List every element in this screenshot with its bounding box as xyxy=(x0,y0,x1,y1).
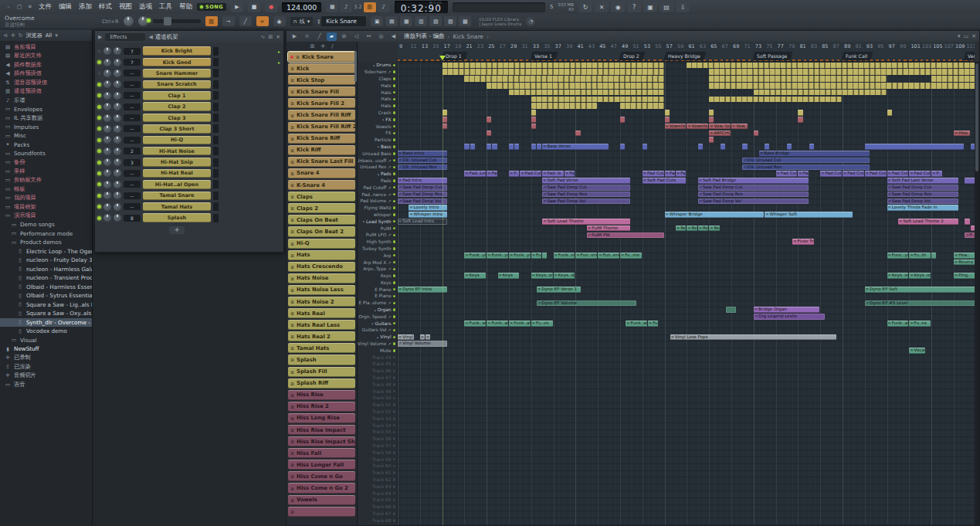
channel-name-button[interactable]: Tamal Hats xyxy=(143,202,211,212)
channel-volume-knob[interactable] xyxy=(114,47,121,55)
pattern-item[interactable]: ≡Hats Real Less xyxy=(287,319,357,331)
vscroll-thumb[interactable] xyxy=(975,63,978,171)
add-channel-button[interactable]: + xyxy=(169,226,185,234)
pattern-clip[interactable]: ≡Funk..ates xyxy=(464,321,486,327)
channel-volume-knob[interactable] xyxy=(114,92,121,100)
track-mute-led[interactable] xyxy=(393,234,396,237)
track-row[interactable]: Flying Waltz xyxy=(358,205,397,212)
pattern-clip[interactable]: ≡Pa xyxy=(565,171,575,177)
pattern-clip[interactable]: ≡Soft Lead Theme 2 xyxy=(898,219,958,225)
save-button[interactable]: ▣ xyxy=(643,2,657,12)
globe-icon[interactable]: ◔ xyxy=(526,17,535,26)
channel-pan-knob[interactable] xyxy=(103,181,111,188)
track-mute-led[interactable] xyxy=(393,336,396,339)
minimize-icon[interactable]: – xyxy=(5,4,12,10)
browser-item[interactable]: ▯Vocodex demo xyxy=(0,327,92,336)
track-row[interactable]: Arp Mod X↗ xyxy=(358,259,397,266)
track-row[interactable]: Track 65 xyxy=(358,497,397,504)
track-mute-led[interactable] xyxy=(393,471,396,474)
pattern-clip[interactable]: ≡Vinyl Less Pops xyxy=(670,334,836,341)
channel-name-button[interactable]: Clap 1 xyxy=(143,91,211,100)
track-row[interactable]: Track 45 xyxy=(358,361,397,368)
snap-selector[interactable]: ∩ 线 ▾ xyxy=(290,17,314,26)
pattern-clip[interactable]: ≡PulM Theme xyxy=(587,226,631,232)
pattern-item[interactable]: ≡Hats xyxy=(287,249,357,261)
pattern-clip[interactable] xyxy=(965,219,969,225)
pattern-clip[interactable]: ≡Pad..Less xyxy=(464,171,486,177)
channel-target-display[interactable]: -- xyxy=(124,125,141,132)
channel-name-button[interactable]: Kick Good xyxy=(143,58,211,67)
channel-mute-led[interactable] xyxy=(97,116,101,120)
track-mute-led[interactable] xyxy=(393,519,396,522)
track-mute-led[interactable] xyxy=(393,179,396,182)
automation-clip[interactable]: ↗Saw Pad Deep Cut xyxy=(887,185,959,191)
browser-item[interactable]: ▭Envelopes xyxy=(0,105,92,114)
pattern-item[interactable]: ≡Kick Snare Fill Riff 2 xyxy=(287,121,357,133)
pattern-clip[interactable]: ≡Fu..th xyxy=(531,253,541,259)
automation-clip[interactable]: ↗Saw Pad Deep Vol xyxy=(398,199,447,205)
channel-volume-knob[interactable] xyxy=(114,169,121,177)
picker-grid-icon[interactable]: ⊞ xyxy=(310,43,314,49)
channel-scroll-arrow-icon[interactable]: ▸ xyxy=(278,49,280,54)
pattern-clip[interactable]: ≡Pad Cuts xyxy=(865,171,887,177)
graph-editor-icon[interactable]: ∿ xyxy=(260,34,265,40)
track-mute-led[interactable] xyxy=(393,458,396,461)
track-row[interactable]: Mute xyxy=(358,347,397,354)
browser-item[interactable]: ⇪已渲染 xyxy=(0,362,92,372)
track-row[interactable]: ▴Organ xyxy=(358,307,397,314)
automation-clip[interactable]: ↗P..W xyxy=(965,232,975,239)
track-row[interactable]: Track 48 xyxy=(358,381,397,388)
track-row[interactable]: Track 44 xyxy=(358,354,397,361)
menu-item[interactable]: 样式 xyxy=(99,2,112,12)
channel-pan-knob[interactable] xyxy=(103,125,111,133)
pattern-clip[interactable]: ≡Whisper Bridge xyxy=(665,212,765,218)
pattern-clip[interactable]: ≡Pad Cuts xyxy=(820,171,842,177)
channel-pan-knob[interactable] xyxy=(103,47,111,55)
pattern-clip[interactable]: ≡Pad Cuts xyxy=(887,171,909,177)
pattern-clip[interactable] xyxy=(754,131,758,137)
pattern-clip[interactable]: ≡Keys..des xyxy=(554,273,575,279)
pattern-clip[interactable]: ≡Rea..hops xyxy=(698,226,708,232)
browser-item[interactable]: ▭Impulses xyxy=(0,123,92,132)
track-mute-led[interactable] xyxy=(393,159,396,162)
pl-close-icon[interactable]: ✕ xyxy=(972,33,976,39)
channel-volume-knob[interactable] xyxy=(114,125,121,133)
track-row[interactable]: Track 55 xyxy=(358,429,397,436)
group-arrow-icon[interactable]: ▴ xyxy=(378,172,379,176)
pattern-clip[interactable]: ≡Pad Cuts xyxy=(909,171,931,177)
pattern-item[interactable]: ≡Hats Crescendo xyxy=(287,261,357,273)
channel-volume-knob[interactable] xyxy=(114,80,121,88)
pattern-item[interactable]: ≡Claps On Beat 2 xyxy=(287,226,357,237)
playlist-grid[interactable]: ≡Vowelis≡Vowelis≡Vow..love≡Vow..rell≡ART… xyxy=(398,62,975,525)
timeline-marker[interactable]: Drop 2 xyxy=(619,52,646,60)
channel-pan-knob[interactable] xyxy=(103,59,111,66)
pl-delete-icon[interactable]: ⊘ xyxy=(339,32,349,41)
pattern-item[interactable]: ≡Hats Noise Less xyxy=(287,284,357,296)
picker-move-icon[interactable]: ✛ xyxy=(320,43,325,49)
track-mute-led[interactable] xyxy=(393,417,396,420)
pattern-clip[interactable]: ≡Dyno EP Verse 1 xyxy=(537,287,581,293)
group-arrow-icon[interactable]: ▴ xyxy=(374,308,375,312)
browser-item[interactable]: ▭Misc xyxy=(0,131,92,141)
track-row[interactable]: Track 64 xyxy=(358,490,397,497)
automation-clip[interactable] xyxy=(726,307,736,313)
track-row[interactable]: Track 56 xyxy=(358,436,397,443)
pattern-group-button[interactable]: ▥ xyxy=(205,16,218,26)
channel-scroll-arrow-icon[interactable]: ▸ xyxy=(278,59,280,65)
channel-mute-led[interactable] xyxy=(97,161,101,165)
automation-clip[interactable]: ↗Dyno EP Volume xyxy=(537,300,636,307)
track-row[interactable]: Hats xyxy=(358,96,397,103)
track-row[interactable]: ▴Lead Synth xyxy=(358,218,397,225)
pattern-clip[interactable]: ≡P.. xyxy=(931,171,941,177)
pattern-clip[interactable] xyxy=(931,253,936,259)
channel-target-display[interactable]: -- xyxy=(124,137,141,144)
track-mute-led[interactable] xyxy=(393,356,396,359)
track-mute-led[interactable] xyxy=(393,437,396,440)
pl-mute-icon[interactable]: ◁ xyxy=(351,32,361,41)
browser-item[interactable]: ▭采样 xyxy=(0,167,92,176)
pattern-clip[interactable]: ≡Hiss..Fly xyxy=(954,131,970,137)
tools-icon[interactable]: ▩ xyxy=(459,16,471,26)
pattern-clip[interactable]: ≡ARTCHOP xyxy=(709,131,731,137)
browser-item[interactable]: ▯Square a Saw - Lig..als Resynthesized) xyxy=(0,300,92,310)
channel-pan-knob[interactable] xyxy=(103,158,111,166)
